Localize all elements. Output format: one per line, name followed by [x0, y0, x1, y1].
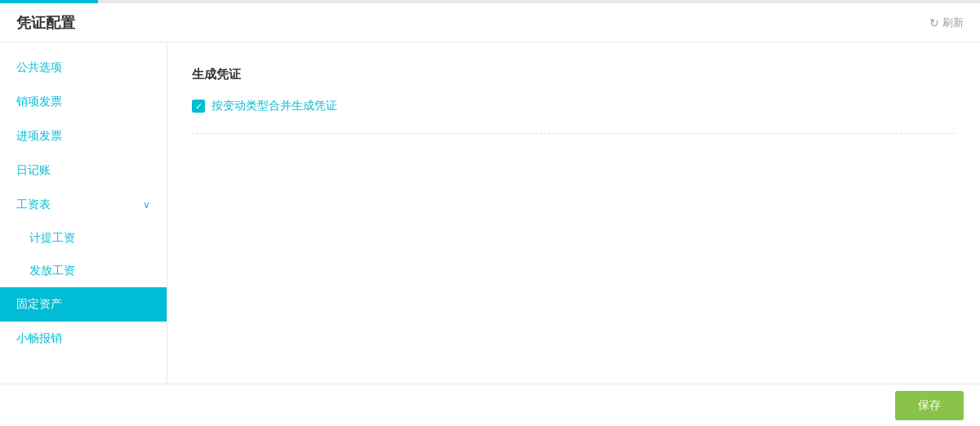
checkbox-row: ✓ 按变动类型合并生成凭证	[192, 99, 956, 113]
section-divider	[192, 133, 956, 134]
sidebar-item-label-sales-invoice: 销项发票	[16, 95, 62, 109]
merge-by-type-checkbox[interactable]: ✓	[192, 100, 205, 113]
sidebar-item-label-payroll-issue: 发放工资	[29, 264, 75, 278]
merge-by-type-label[interactable]: 按变动类型合并生成凭证	[212, 99, 337, 113]
sidebar: 公共选项 销项发票 进项发票 日记账 工资表 ∨ 计提工资 发放工资 固定资产 …	[0, 42, 167, 384]
refresh-button[interactable]: ↻ 刷新	[929, 16, 964, 30]
sidebar-item-sales-invoice[interactable]: 销项发票	[0, 85, 167, 119]
top-nav-active-indicator	[0, 0, 98, 3]
sidebar-item-payroll-issue[interactable]: 发放工资	[0, 255, 167, 287]
page-title: 凭证配置	[16, 13, 75, 33]
sidebar-item-label-purchase-invoice: 进项发票	[16, 129, 62, 144]
sidebar-item-payroll[interactable]: 工资表 ∨	[0, 188, 167, 222]
sidebar-item-expense[interactable]: 小畅报销	[0, 322, 167, 356]
sidebar-item-label-expense: 小畅报销	[16, 331, 62, 346]
sidebar-item-accrual-payroll[interactable]: 计提工资	[0, 222, 167, 255]
sidebar-item-label-payroll: 工资表	[16, 197, 51, 212]
sidebar-item-journal[interactable]: 日记账	[0, 153, 167, 188]
sidebar-item-label-fixed-assets: 固定资产	[16, 297, 62, 312]
top-nav-bar	[0, 0, 980, 3]
main-layout: 公共选项 销项发票 进项发票 日记账 工资表 ∨ 计提工资 发放工资 固定资产 …	[0, 42, 980, 384]
page-header: 凭证配置 ↻ 刷新	[0, 3, 980, 42]
sidebar-item-label-journal: 日记账	[16, 163, 51, 178]
check-mark-icon: ✓	[195, 102, 203, 111]
sidebar-item-purchase-invoice[interactable]: 进项发票	[0, 119, 167, 153]
refresh-label: 刷新	[942, 16, 964, 30]
refresh-icon: ↻	[929, 16, 939, 29]
sidebar-item-label-public: 公共选项	[16, 60, 62, 75]
sidebar-item-public[interactable]: 公共选项	[0, 51, 167, 85]
chevron-down-icon: ∨	[143, 199, 150, 211]
section-title: 生成凭证	[192, 67, 956, 82]
content-area: 生成凭证 ✓ 按变动类型合并生成凭证	[167, 42, 980, 384]
sidebar-item-fixed-assets[interactable]: 固定资产	[0, 287, 167, 322]
page-footer: 保存	[0, 384, 980, 426]
sidebar-item-label-accrual-payroll: 计提工资	[29, 231, 75, 246]
save-button[interactable]: 保存	[895, 391, 964, 420]
